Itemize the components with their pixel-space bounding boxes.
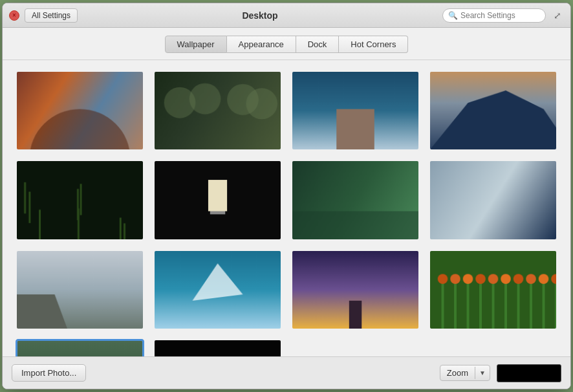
wallpaper-item[interactable] (429, 250, 557, 330)
wallpaper-grid-container: ✓ (3, 60, 570, 356)
wallpaper-item[interactable] (429, 71, 557, 151)
wallpaper-thumbnail (430, 72, 556, 149)
wallpaper-thumbnail (17, 161, 143, 239)
wallpaper-thumbnail (17, 341, 142, 356)
wallpaper-item[interactable] (153, 160, 282, 240)
wallpaper-thumbnail (292, 72, 418, 149)
close-button[interactable]: × (9, 10, 19, 21)
wallpaper-item[interactable] (16, 160, 144, 240)
search-box[interactable]: 🔍 (442, 8, 546, 23)
wallpaper-thumbnail (430, 251, 556, 329)
search-icon: 🔍 (448, 11, 458, 20)
wallpaper-thumbnail (155, 340, 281, 356)
wallpaper-item[interactable]: ✓ (16, 339, 144, 356)
window-title: Desktop (78, 10, 442, 21)
tab-appearance[interactable]: Appearance (227, 36, 296, 53)
color-swatch[interactable] (497, 364, 561, 382)
wallpaper-thumbnail (155, 161, 281, 239)
import-photo-button[interactable]: Import Photo... (12, 364, 86, 382)
wallpaper-thumbnail (292, 161, 418, 239)
wallpaper-item[interactable] (153, 339, 282, 356)
all-settings-button[interactable]: All Settings (25, 8, 78, 23)
zoom-arrow-icon: ▼ (475, 367, 490, 379)
wallpaper-item[interactable] (153, 71, 282, 151)
wallpaper-item[interactable] (291, 71, 420, 151)
wallpaper-thumbnail (155, 72, 281, 149)
tabbar: Wallpaper Appearance Dock Hot Corners (3, 28, 570, 60)
wallpaper-item[interactable] (153, 250, 282, 330)
tab-hot-corners[interactable]: Hot Corners (339, 36, 408, 53)
desktop-settings-window: × All Settings Desktop 🔍 ⤢ Wallpaper App… (2, 3, 571, 389)
tab-wallpaper[interactable]: Wallpaper (165, 36, 227, 53)
maximize-button[interactable]: ⤢ (551, 9, 564, 22)
search-input[interactable] (460, 11, 538, 20)
wallpaper-thumbnail (155, 251, 281, 329)
zoom-label: Zoom (440, 365, 475, 380)
wallpaper-item[interactable] (16, 250, 144, 330)
titlebar: × All Settings Desktop 🔍 ⤢ (3, 3, 570, 28)
bottombar: Import Photo... Zoom ▼ (3, 356, 570, 389)
wallpaper-thumbnail (17, 251, 143, 329)
wallpaper-thumbnail (430, 161, 556, 239)
wallpaper-thumbnail (292, 251, 418, 329)
wallpaper-grid: ✓ (16, 71, 557, 356)
zoom-select[interactable]: Zoom ▼ (440, 365, 490, 381)
wallpaper-item[interactable] (291, 160, 420, 240)
wallpaper-thumbnail (17, 72, 143, 149)
tab-dock[interactable]: Dock (296, 36, 340, 53)
wallpaper-item[interactable] (291, 250, 420, 330)
wallpaper-item[interactable] (16, 71, 144, 151)
wallpaper-item[interactable] (429, 160, 557, 240)
